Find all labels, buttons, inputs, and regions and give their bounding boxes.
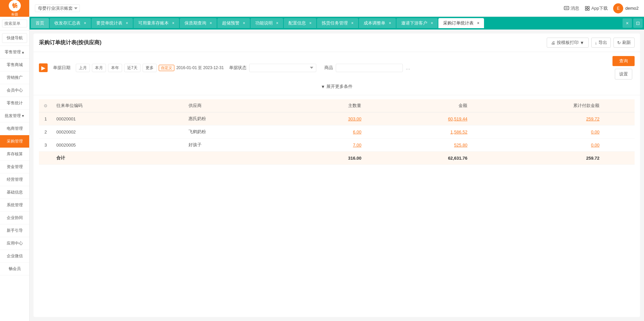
- search-input[interactable]: [2, 19, 27, 28]
- svg-rect-2: [588, 6, 589, 8]
- sidebar-item-inventory[interactable]: 库存核算: [0, 148, 29, 161]
- tab-label: 保质期查询: [184, 20, 206, 26]
- sidebar-item-label: 新手引导: [7, 228, 23, 233]
- sidebar-item-ecommerce[interactable]: 电商管理: [0, 122, 29, 135]
- sidebar-item-retail-stat[interactable]: 零售统计: [0, 97, 29, 110]
- tab-close-icon[interactable]: ×: [210, 21, 212, 25]
- sidebar-item-retail[interactable]: 零售管理 ▲: [0, 46, 29, 59]
- quick-nav-area: 快捷导航: [0, 31, 29, 46]
- tab-shoufasummary[interactable]: 收发存汇总表 ×: [50, 18, 91, 28]
- chevron-down-icon: ▼: [21, 114, 25, 118]
- qty-link[interactable]: 7.00: [353, 143, 361, 148]
- print-button[interactable]: 🖨 按模板打印 ▼: [547, 38, 589, 48]
- tab-close-icon[interactable]: ×: [477, 21, 479, 25]
- tab-yaoqing[interactable]: 邀请下游客户 ×: [396, 18, 438, 28]
- col-code: 往来单位编码: [52, 99, 184, 112]
- goods-input[interactable]: [336, 64, 403, 72]
- export-button[interactable]: ↓ 导出: [591, 38, 611, 48]
- date-filter-label: 单据日期: [53, 65, 70, 71]
- sidebar-item-system[interactable]: 系统管理: [0, 199, 29, 212]
- tab-close-icon[interactable]: ×: [276, 21, 278, 25]
- sidebar-item-appcenter[interactable]: 应用中心: [0, 237, 29, 250]
- tab-baozhi[interactable]: 保质期查询 ×: [180, 18, 217, 28]
- date-btn-this-month[interactable]: 本月: [92, 64, 106, 72]
- sidebar-item-retail-shop[interactable]: 零售商城: [0, 59, 29, 71]
- table-row: 2 00020002 飞鹤奶粉 6.00 1,586.52 0.00: [39, 125, 635, 139]
- tab-peizhi[interactable]: 配置信息 ×: [284, 18, 316, 28]
- paid-link[interactable]: 0.00: [591, 129, 599, 135]
- tab-close-icon[interactable]: ×: [309, 21, 312, 25]
- sidebar-item-label: 批发管理: [5, 113, 21, 119]
- settings-button[interactable]: 设置: [615, 69, 632, 79]
- qty-link[interactable]: 6.00: [353, 129, 361, 135]
- status-filter-group: 单据状态: [229, 64, 316, 72]
- tab-chaochubao[interactable]: 超储预警 ×: [217, 18, 250, 28]
- page-header: 采购订单统计表(按供应商) 🖨 按模板打印 ▼ ↓ 导出 ↻ 刷新: [34, 34, 640, 52]
- cell-code: 00020002: [52, 125, 184, 139]
- workspace-select[interactable]: 母婴行业演示账套: [35, 4, 80, 12]
- tab-home[interactable]: 首页: [31, 18, 49, 28]
- quick-nav-button[interactable]: 快捷导航: [2, 33, 27, 43]
- sidebar-item-basic[interactable]: 基础信息: [0, 186, 29, 199]
- message-button[interactable]: 消息: [564, 5, 579, 11]
- paid-link[interactable]: 0.00: [591, 143, 599, 148]
- status-select[interactable]: [249, 64, 316, 72]
- sidebar-item-enterprise[interactable]: 企业协同: [0, 212, 29, 224]
- qty-link[interactable]: 303.00: [348, 116, 362, 121]
- sidebar-item-wechat[interactable]: 企业微信: [0, 250, 29, 263]
- cell-paid: 259.72: [471, 112, 603, 125]
- app-download-label: App下载: [591, 5, 608, 11]
- tab-kucun[interactable]: 可用量库存账本 ×: [133, 18, 179, 28]
- tab-chengben[interactable]: 成本调整单 ×: [359, 18, 396, 28]
- tab-expand-button[interactable]: ⊡: [633, 18, 643, 28]
- tab-yaohuo[interactable]: 要货单统计表 ×: [92, 18, 133, 28]
- topbar: 母婴行业演示账套 消息 App下载 E demo2: [30, 0, 644, 17]
- date-btn-more[interactable]: 更多: [143, 64, 157, 72]
- expand-more-button[interactable]: ▼ 展开更多条件: [317, 82, 357, 91]
- user-menu[interactable]: E demo2: [613, 3, 639, 13]
- date-btn-this-year[interactable]: 本年: [108, 64, 122, 72]
- tab-close-icon[interactable]: ×: [172, 21, 174, 25]
- date-btn-7days[interactable]: 近7天: [124, 64, 141, 72]
- tab-close-icon[interactable]: ×: [351, 21, 354, 25]
- sidebar-item-marketing[interactable]: 营销推广: [0, 71, 29, 84]
- tab-close-icon[interactable]: ×: [243, 21, 245, 25]
- more-options-icon[interactable]: …: [406, 65, 410, 70]
- topbar-right: 消息 App下载 E demo2: [564, 3, 639, 13]
- column-settings-icon[interactable]: ⚙: [44, 103, 48, 108]
- tab-zhihuo[interactable]: 拣货任务管理 ×: [317, 18, 358, 28]
- refresh-button[interactable]: ↻ 刷新: [613, 38, 635, 48]
- amount-link[interactable]: 60,519.44: [448, 116, 468, 121]
- tab-close-icon[interactable]: ×: [126, 21, 128, 25]
- amount-link[interactable]: 1,586.52: [450, 129, 468, 135]
- sidebar-item-operations[interactable]: 经营管理: [0, 173, 29, 186]
- tab-caigou[interactable]: 采购订单统计表 ×: [438, 18, 484, 28]
- tab-close-all-button[interactable]: ×: [623, 18, 632, 28]
- tab-gongneng[interactable]: 功能说明 ×: [251, 18, 283, 28]
- sidebar-item-finance[interactable]: 资金管理: [0, 161, 29, 173]
- filter-dates: 上月 本月 本年 近7天 更多 自定义 2016-01-01 至 2023-12…: [76, 64, 224, 72]
- sidebar-item-label: 库存核算: [7, 152, 23, 156]
- tab-close-icon[interactable]: ×: [431, 21, 433, 25]
- sidebar-item-label: 会员中心: [7, 88, 23, 93]
- sidebar-item-batch[interactable]: 批发管理 ▼: [0, 110, 29, 122]
- refresh-icon: ↻: [617, 40, 621, 45]
- col-amount: 金额: [365, 99, 471, 112]
- filter-toggle-button[interactable]: ▶: [39, 63, 48, 72]
- svg-rect-4: [588, 9, 589, 10]
- export-label: 导出: [598, 40, 607, 46]
- sidebar-item-newguide[interactable]: 新手引导: [0, 224, 29, 237]
- tabbar: 首页 收发存汇总表 × 要货单统计表 × 可用量库存账本 × 保质期查询 × 超…: [30, 17, 644, 30]
- paid-link[interactable]: 259.72: [586, 116, 600, 121]
- search-button[interactable]: 查询: [612, 56, 635, 66]
- tab-label: 可用量库存账本: [138, 20, 169, 26]
- sidebar-item-member2[interactable]: 畅会员: [0, 263, 29, 275]
- date-btn-last-month[interactable]: 上月: [76, 64, 90, 72]
- cell-extra: [603, 125, 635, 139]
- sidebar-item-purchase[interactable]: 采购管理: [0, 135, 29, 148]
- app-download-button[interactable]: App下载: [585, 5, 608, 11]
- tab-close-icon[interactable]: ×: [389, 21, 391, 25]
- sidebar-item-member[interactable]: 会员中心: [0, 84, 29, 97]
- amount-link[interactable]: 525.80: [454, 143, 468, 148]
- tab-close-icon[interactable]: ×: [84, 21, 86, 25]
